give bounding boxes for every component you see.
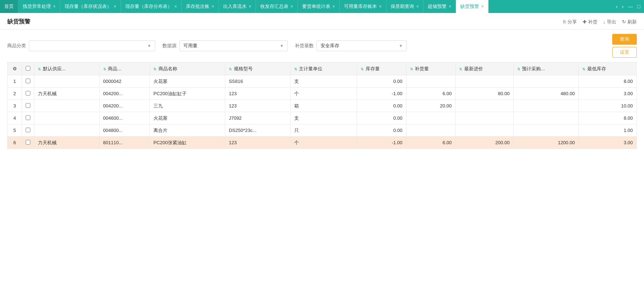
cell-product-code: 004200... xyxy=(99,100,149,112)
col-product-code[interactable]: ⇅ 商品... xyxy=(99,62,149,75)
cell-product-name: 火花塞 xyxy=(149,75,225,88)
replenish-icon: ✚ xyxy=(583,19,587,25)
export-button[interactable]: ↓ 导出 xyxy=(603,19,617,25)
replenish-button[interactable]: ✚ 补货 xyxy=(583,19,597,25)
col-stock[interactable]: ⇅ 库存量 xyxy=(357,62,406,75)
tab-item-inout-flow[interactable]: 出入库流水× xyxy=(219,0,256,13)
cell-spec: SS816 xyxy=(225,75,290,88)
col-default-supplier[interactable]: ⇅ 默认供应... xyxy=(34,62,100,75)
category-select[interactable]: ▼ xyxy=(29,40,155,51)
query-button[interactable]: 查询 xyxy=(612,34,637,45)
row-num: 5 xyxy=(8,124,22,137)
tab-next-btn[interactable]: › xyxy=(620,3,626,10)
cell-stock: -1.00 xyxy=(357,88,406,100)
tab-prev-btn[interactable]: ‹ xyxy=(614,3,620,10)
share-icon: ⎘ xyxy=(563,19,566,25)
page-header: 缺货预警 ⎘ 分享 ✚ 补货 ↓ 导出 ↻ 刷新 xyxy=(0,13,644,30)
row-checkbox-cell[interactable] xyxy=(22,112,34,124)
col-latest-price[interactable]: ⇅ 最新进价 xyxy=(456,62,514,75)
tab-bar: 首页拣货异常处理×现存量（库存状况表）×现存量（库存分布表）×库存批次账×出入库… xyxy=(0,0,644,13)
cell-product-code: 004800... xyxy=(99,124,149,137)
col-settings[interactable]: ⚙ xyxy=(8,62,22,75)
tab-item-inventory-status[interactable]: 现存量（库存状况表）× xyxy=(60,0,121,13)
tab-item-collect-summary[interactable]: 收发存汇总表× xyxy=(256,0,298,13)
col-unit[interactable]: ⇅ 主计量单位 xyxy=(290,62,357,75)
col-min-stock[interactable]: ⇅ 最低库存 xyxy=(579,62,637,75)
sort-icon: ⇅ xyxy=(103,67,106,71)
category-filter: 商品分类 ▼ xyxy=(7,40,155,51)
datasource-select[interactable]: 可用量 ▼ xyxy=(179,40,288,51)
share-button[interactable]: ⎘ 分享 xyxy=(563,19,577,25)
tab-minimize-btn[interactable]: — xyxy=(626,3,635,10)
main-content: 缺货预警 ⎘ 分享 ✚ 补货 ↓ 导出 ↻ 刷新 商品分类 xyxy=(0,13,644,287)
cell-min-stock: 8.00 xyxy=(579,112,637,124)
refresh-button[interactable]: ↻ 刷新 xyxy=(622,19,637,25)
row-checkbox[interactable] xyxy=(26,128,30,132)
row-checkbox[interactable] xyxy=(26,79,30,83)
tab-maximize-btn[interactable]: □ xyxy=(635,3,643,10)
sort-icon: ⇅ xyxy=(410,67,413,71)
select-all-checkbox[interactable] xyxy=(26,66,30,71)
tab-close-expiry-query[interactable]: × xyxy=(416,4,419,9)
row-checkbox-cell[interactable] xyxy=(22,137,34,149)
cell-estimated-purchase: 480.00 xyxy=(513,88,579,100)
col-checkbox[interactable] xyxy=(22,62,34,75)
setting-button[interactable]: 设置 xyxy=(612,47,637,58)
cell-product-name: 离合片 xyxy=(149,124,225,137)
tab-item-expiry-query[interactable]: 保质期查询× xyxy=(386,0,423,13)
tab-close-avail-ledger[interactable]: × xyxy=(379,4,382,9)
row-checkbox-cell[interactable] xyxy=(22,100,34,112)
tab-item-batch-account[interactable]: 库存批次账× xyxy=(182,0,219,13)
replenish-basis-select[interactable]: 安全库存 ▼ xyxy=(317,40,407,51)
replenish-basis-label: 补货基数 xyxy=(295,43,314,49)
tab-close-inout-flow[interactable]: × xyxy=(249,4,251,9)
table-row: 4 004600... 火花塞 J7092 支 0.00 8.00 xyxy=(8,112,637,124)
cell-replenish-qty: 6.00 xyxy=(406,137,455,149)
cell-latest-price: 80.00 xyxy=(456,88,514,100)
tab-close-order-stats[interactable]: × xyxy=(332,4,335,9)
tab-item-order-stats[interactable]: 要货单统计表× xyxy=(298,0,340,13)
replenish-basis-chevron-icon: ▼ xyxy=(399,44,403,48)
col-replenish-qty[interactable]: ⇅ 补货量 xyxy=(406,62,455,75)
col-spec[interactable]: ⇅ 规格型号 xyxy=(225,62,290,75)
cell-unit: 支 xyxy=(290,112,357,124)
tab-close-batch-account[interactable]: × xyxy=(212,4,214,9)
cell-unit: 个 xyxy=(290,137,357,149)
tab-item-overstock[interactable]: 超储预警× xyxy=(423,0,456,13)
col-product-name[interactable]: ⇅ 商品名称 xyxy=(149,62,225,75)
refresh-icon: ↻ xyxy=(622,19,626,25)
datasource-value: 可用量 xyxy=(183,43,277,49)
tab-close-overstock[interactable]: × xyxy=(449,4,451,9)
tab-nav-buttons: ‹ › — □ xyxy=(614,3,644,10)
row-checkbox[interactable] xyxy=(26,115,30,120)
tab-close-shortage[interactable]: × xyxy=(481,4,484,9)
tab-close-inventory-dist[interactable]: × xyxy=(174,4,177,9)
cell-estimated-purchase xyxy=(513,124,579,137)
cell-default-supplier: 力天机械 xyxy=(34,137,100,149)
row-checkbox[interactable] xyxy=(26,103,30,108)
col-estimated-purchase[interactable]: ⇅ 预计采购... xyxy=(513,62,579,75)
cell-replenish-qty xyxy=(406,75,455,88)
tab-item-exception[interactable]: 拣货异常处理× xyxy=(18,0,60,13)
tab-close-exception[interactable]: × xyxy=(53,4,56,9)
row-num: 4 xyxy=(8,112,22,124)
row-checkbox-cell[interactable] xyxy=(22,88,34,100)
cell-stock: -1.00 xyxy=(357,137,406,149)
row-checkbox-cell[interactable] xyxy=(22,124,34,137)
cell-min-stock: 8.00 xyxy=(579,75,637,88)
row-checkbox[interactable] xyxy=(26,91,30,96)
row-checkbox-cell[interactable] xyxy=(22,75,34,88)
tab-item-home[interactable]: 首页 xyxy=(0,0,18,13)
table-row: 3 004200... 三九 123 箱 0.00 20.00 10.00 xyxy=(8,100,637,112)
tab-item-avail-ledger[interactable]: 可用量库存账本× xyxy=(340,0,386,13)
tab-close-collect-summary[interactable]: × xyxy=(291,4,293,9)
datasource-label: 数据源 xyxy=(162,43,177,49)
cell-replenish-qty: 6.00 xyxy=(406,88,455,100)
tab-item-inventory-dist[interactable]: 现存量（库存分布表）× xyxy=(121,0,182,13)
row-checkbox[interactable] xyxy=(26,140,30,145)
row-num: 2 xyxy=(8,88,22,100)
cell-product-name: PC200张紧油缸 xyxy=(149,137,225,149)
tab-close-inventory-status[interactable]: × xyxy=(114,4,116,9)
cell-replenish-qty xyxy=(406,124,455,137)
tab-item-shortage[interactable]: 缺货预警× xyxy=(456,0,488,13)
